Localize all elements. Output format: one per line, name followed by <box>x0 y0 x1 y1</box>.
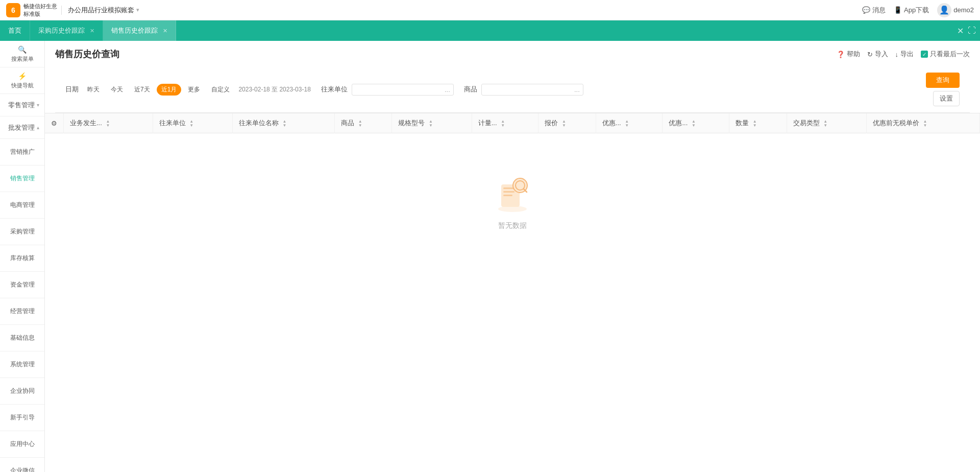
table-header-row: ⚙ 业务发生... ▲▼ 往来单位 ▲▼ 往来单位名称 ▲▼ <box>45 113 980 133</box>
sidebar-item-new-guide[interactable]: 新手引导 <box>0 405 44 431</box>
filter-bar: 日期 昨天 今天 近7天 近1月 更多 自定义 2023-02-18 至 202… <box>55 67 970 113</box>
table-col-gear[interactable]: ⚙ <box>45 113 64 133</box>
partner-label: 往来单位 <box>321 85 348 94</box>
chevron-up-icon: ▴ <box>37 125 39 130</box>
checkbox-icon: ✓ <box>921 51 928 58</box>
sort-icon: ▲▼ <box>625 120 629 128</box>
table-col-qty[interactable]: 数量 ▲▼ <box>729 113 787 133</box>
sort-icon: ▲▼ <box>501 120 505 128</box>
sidebar-item-finance[interactable]: 资金管理 <box>0 272 44 298</box>
table-col-pre-tax[interactable]: 优惠前无税单价 ▲▼ <box>866 113 979 133</box>
table-col-partner-name[interactable]: 往来单位名称 ▲▼ <box>232 113 334 133</box>
user-menu[interactable]: 👤 demo2 <box>937 3 974 17</box>
close-tab-button[interactable]: ✕ <box>957 26 964 36</box>
table-col-discount2[interactable]: 优惠... ▲▼ <box>663 113 729 133</box>
query-button[interactable]: 查询 <box>926 73 960 88</box>
logo-icon: 6 <box>6 3 20 17</box>
sidebar-item-search-menu[interactable]: 🔍 搜索菜单 <box>0 41 44 67</box>
date-btn-last1month[interactable]: 近1月 <box>157 84 182 96</box>
page-header: 销售历史价查询 ❓ 帮助 ↻ 导入 ↓ 导出 ✓ <box>45 41 980 113</box>
table-col-trade-type[interactable]: 交易类型 ▲▼ <box>787 113 866 133</box>
sort-icon: ▲▼ <box>753 120 757 128</box>
sidebar-item-sales[interactable]: 销售管理 <box>0 166 44 192</box>
page-title: 销售历史价查询 <box>55 48 119 60</box>
table-col-unit[interactable]: 计量... ▲▼ <box>472 113 538 133</box>
sort-icon: ▲▼ <box>358 120 362 128</box>
dropdown-arrow-icon: ▾ <box>136 7 139 13</box>
logo[interactable]: 6 畅捷信好生意 标准版 <box>6 3 57 17</box>
date-btn-custom[interactable]: 自定义 <box>207 84 234 96</box>
table-container: ⚙ 业务发生... ▲▼ 往来单位 ▲▼ 往来单位名称 ▲▼ <box>45 113 980 472</box>
tab-purchase-history[interactable]: 采购历史价跟踪 ✕ <box>30 20 103 41</box>
table-col-spec[interactable]: 规格型号 ▲▼ <box>392 113 472 133</box>
goods-input[interactable]: ... <box>481 84 583 96</box>
empty-text: 暂无数据 <box>498 221 527 230</box>
import-icon: ↻ <box>867 51 873 58</box>
page-actions: ❓ 帮助 ↻ 导入 ↓ 导出 ✓ 只看最后一次 <box>837 50 970 59</box>
tab-sales-history[interactable]: 销售历史价跟踪 ✕ <box>103 20 176 41</box>
sidebar-item-app-center[interactable]: 应用中心 <box>0 431 44 458</box>
main-layout: 🔍 搜索菜单 ⚡ 快捷导航 零售管理 ▾ 批发管理 ▴ 营销推广 销售管理 电商… <box>0 41 980 472</box>
date-btn-last7days[interactable]: 近7天 <box>130 84 155 96</box>
sidebar-item-enterprise[interactable]: 企业协同 <box>0 378 44 405</box>
sidebar-item-marketing[interactable]: 营销推广 <box>0 139 44 166</box>
app-title[interactable]: 办公用品行业模拟账套 ▾ <box>61 6 139 15</box>
date-filter-group: 日期 昨天 今天 近7天 近1月 更多 自定义 2023-02-18 至 202… <box>65 84 311 96</box>
partner-dots-button[interactable]: ... <box>445 86 450 93</box>
sidebar-item-quick-nav[interactable]: ⚡ 快捷导航 <box>0 67 44 94</box>
tab-home[interactable]: 首页 <box>0 20 30 41</box>
sidebar-item-wholesale[interactable]: 批发管理 ▴ <box>0 116 44 139</box>
sort-icon: ▲▼ <box>823 120 827 128</box>
sort-icon: ▲▼ <box>562 120 566 128</box>
help-button[interactable]: ❓ 帮助 <box>837 50 860 59</box>
table-col-biz-date[interactable]: 业务发生... ▲▼ <box>64 113 153 133</box>
export-button[interactable]: ↓ 导出 <box>895 50 914 59</box>
date-btn-today[interactable]: 今天 <box>106 84 128 96</box>
chevron-down-icon: ▾ <box>37 102 39 108</box>
sort-icon: ▲▼ <box>106 120 110 128</box>
partner-input[interactable]: ... <box>352 84 454 96</box>
svg-rect-3 <box>503 191 514 193</box>
sidebar-item-base-info[interactable]: 基础信息 <box>0 325 44 351</box>
tabbar-actions: ✕ ⛶ <box>953 20 980 41</box>
table-col-quote[interactable]: 报价 ▲▼ <box>538 113 596 133</box>
sort-icon: ▲▼ <box>692 120 696 128</box>
app-download-button[interactable]: 📱 App下载 <box>894 6 929 15</box>
sort-icon: ▲▼ <box>429 120 433 128</box>
only-latest-checkbox[interactable]: ✓ 只看最后一次 <box>921 50 970 59</box>
goods-dots-button[interactable]: ... <box>574 86 580 93</box>
sidebar-item-inventory[interactable]: 库存核算 <box>0 245 44 272</box>
help-icon: ❓ <box>837 51 845 58</box>
tabbar: 首页 采购历史价跟踪 ✕ 销售历史价跟踪 ✕ ✕ ⛶ <box>0 20 980 41</box>
topbar: 6 畅捷信好生意 标准版 办公用品行业模拟账套 ▾ 💬 消息 📱 App下载 👤… <box>0 0 980 20</box>
avatar: 👤 <box>937 3 951 17</box>
fullscreen-button[interactable]: ⛶ <box>968 26 976 35</box>
goods-filter-group: 商品 ... <box>464 84 583 96</box>
message-button[interactable]: 💬 消息 <box>862 6 886 15</box>
table-col-discount1[interactable]: 优惠... ▲▼ <box>596 113 663 133</box>
tab-purchase-history-close[interactable]: ✕ <box>90 28 94 34</box>
content-area: 销售历史价查询 ❓ 帮助 ↻ 导入 ↓ 导出 ✓ <box>45 41 980 472</box>
date-btn-more[interactable]: 更多 <box>183 84 205 96</box>
sidebar-item-system[interactable]: 系统管理 <box>0 351 44 378</box>
import-button[interactable]: ↻ 导入 <box>867 50 888 59</box>
partner-filter-group: 往来单位 ... <box>321 84 454 96</box>
gear-icon: ⚙ <box>51 120 57 127</box>
action-buttons: 查询 设置 <box>926 73 960 106</box>
date-btn-yesterday[interactable]: 昨天 <box>83 84 104 96</box>
download-icon: 📱 <box>894 6 902 14</box>
goods-label: 商品 <box>464 85 477 94</box>
sidebar-item-retail[interactable]: 零售管理 ▾ <box>0 94 44 116</box>
sidebar-item-ecommerce[interactable]: 电商管理 <box>0 192 44 219</box>
export-icon: ↓ <box>895 51 899 58</box>
sidebar-item-purchase[interactable]: 采购管理 <box>0 219 44 245</box>
svg-rect-4 <box>503 195 512 196</box>
tab-sales-history-close[interactable]: ✕ <box>163 28 167 34</box>
date-filter-label: 日期 <box>65 85 79 94</box>
sidebar-item-operations[interactable]: 经营管理 <box>0 298 44 325</box>
table-col-partner[interactable]: 往来单位 ▲▼ <box>153 113 232 133</box>
table-col-goods[interactable]: 商品 ▲▼ <box>335 113 392 133</box>
page-title-row: 销售历史价查询 ❓ 帮助 ↻ 导入 ↓ 导出 ✓ <box>55 48 970 60</box>
sidebar-item-enterprise-wechat[interactable]: 企业微信 <box>0 458 44 472</box>
settings-button[interactable]: 设置 <box>933 91 960 106</box>
